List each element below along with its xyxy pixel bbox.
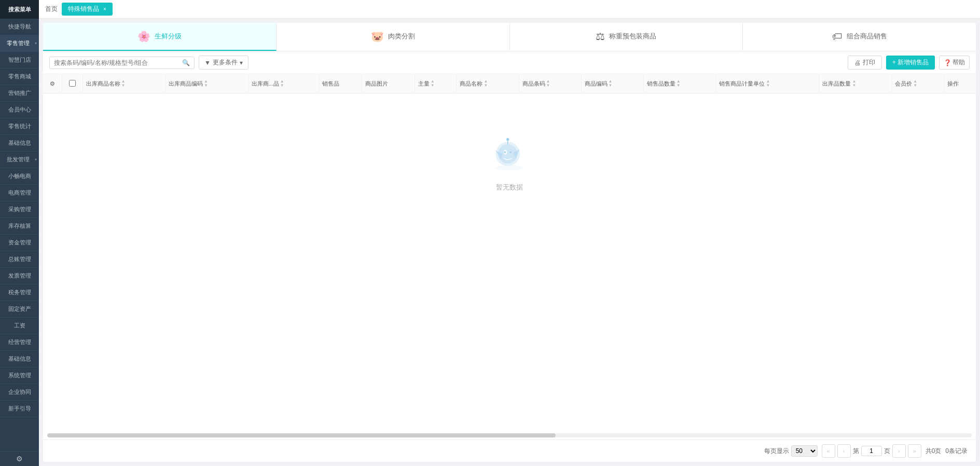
last-page-button[interactable]: »	[908, 444, 921, 458]
sidebar-item-new-guide[interactable]: 新手引导	[0, 401, 39, 417]
sort-icon-7[interactable]: ▲▼	[609, 79, 613, 88]
search-input[interactable]	[54, 59, 180, 66]
sidebar-item-retail-mgmt[interactable]: 零售管理 ▾	[0, 35, 39, 52]
th-main[interactable]: 主量 ▲▼	[415, 74, 457, 93]
sidebar: 搜索菜单 快捷导航 零售管理 ▾ 智慧门店 零售商城 营销推广 会员中心 零售统…	[0, 0, 39, 466]
sidebar-item-smart-store[interactable]: 智慧门店	[0, 52, 39, 68]
sort-icon-2[interactable]: ▲▼	[204, 79, 208, 88]
table-header: ⚙ 出库商品名称 ▲▼ 出库	[43, 74, 976, 93]
sidebar-item-basic-info2[interactable]: 基础信息	[0, 351, 39, 367]
th-item-code[interactable]: 商品编码 ▲▼	[581, 74, 643, 93]
sidebar-item-sys-mgmt[interactable]: 系统管理	[0, 367, 39, 384]
tab-fresh-grade[interactable]: 🌸 生鲜分级	[43, 23, 277, 51]
th-item-name[interactable]: 商品名称 ▲▼	[457, 74, 519, 93]
sort-icon-6[interactable]: ▲▼	[546, 79, 550, 88]
active-tab[interactable]: 特殊销售品 ×	[62, 3, 113, 16]
sidebar-item-retail-mall[interactable]: 零售商城	[0, 68, 39, 85]
chevron-down-icon: ▾	[35, 41, 37, 46]
sort-icon-10[interactable]: ▲▼	[852, 79, 856, 88]
fresh-grade-icon: 🌸	[137, 30, 150, 43]
search-icon[interactable]: 🔍	[182, 59, 190, 66]
sidebar-item-tax-mgmt[interactable]: 税务管理	[0, 284, 39, 301]
filter-label: 更多条件	[213, 58, 238, 67]
page-label: 第	[853, 447, 859, 456]
total-records: 0条记录	[945, 447, 968, 456]
page-size-selector[interactable]: 每页显示 10 20 50 100	[764, 445, 818, 457]
close-tab-icon[interactable]: ×	[103, 6, 106, 12]
sidebar-item-corp-agreement[interactable]: 企业协同	[0, 384, 39, 401]
th-sale-qty[interactable]: 销售品数量 ▲▼	[643, 74, 716, 93]
tab-combo[interactable]: 🏷 组合商品销售	[743, 23, 976, 51]
sidebar-item-member-center[interactable]: 会员中心	[0, 102, 39, 118]
sidebar-item-invoice-mgmt[interactable]: 发票管理	[0, 268, 39, 284]
total-pages: 共0页	[926, 447, 942, 456]
scrollbar-thumb[interactable]	[47, 433, 556, 437]
sidebar-item-general-ledger[interactable]: 总账管理	[0, 251, 39, 268]
combo-icon: 🏷	[832, 31, 843, 43]
sidebar-logo[interactable]: 搜索菜单	[0, 0, 39, 19]
empty-text: 暂无数据	[496, 183, 523, 192]
sidebar-item-sales-promo[interactable]: 营销推广	[0, 85, 39, 102]
sort-icon-8[interactable]: ▲▼	[677, 79, 681, 88]
filter-button[interactable]: ▼ 更多条件 ▾	[199, 56, 249, 70]
sidebar-item-fixed-assets[interactable]: 固定资产	[0, 301, 39, 318]
empty-row: 暂无数据	[43, 93, 976, 234]
th-out-name[interactable]: 出库商品名称 ▲▼	[82, 74, 165, 93]
th-out-qty[interactable]: 出库品数量 ▲▼	[819, 74, 892, 93]
page-unit: 页	[884, 447, 890, 456]
per-page-select[interactable]: 10 20 50 100	[791, 445, 818, 457]
settings-icon[interactable]: ⚙	[0, 451, 39, 466]
sidebar-item-basic-info[interactable]: 基础信息	[0, 135, 39, 152]
sort-icon[interactable]: ▲▼	[121, 79, 126, 88]
sort-icon-9[interactable]: ▲▼	[766, 79, 770, 88]
home-breadcrumb[interactable]: 首页	[45, 5, 58, 13]
svg-point-7	[506, 138, 509, 141]
tab-weigh-pack[interactable]: ⚖ 称重预包装商品	[510, 23, 743, 51]
tab-meat-cut-label: 肉类分割	[388, 32, 415, 41]
sidebar-item-retail-stats[interactable]: 零售统计	[0, 118, 39, 135]
th-sale-item: 销售品	[319, 74, 362, 93]
th-sale-unit[interactable]: 销售商品计量单位 ▲▼	[716, 74, 819, 93]
prev-page-button[interactable]: ‹	[837, 444, 851, 458]
sidebar-item-inventory-check[interactable]: 库存核算	[0, 218, 39, 235]
sidebar-item-payroll[interactable]: 工资	[0, 318, 39, 334]
sidebar-item-purchase-mgmt[interactable]: 采购管理	[0, 201, 39, 218]
toolbar: 🔍 ▼ 更多条件 ▾ 🖨 打印 + 新增销售品 ❓ 帮助	[43, 51, 976, 74]
search-box[interactable]: 🔍	[49, 57, 195, 69]
svg-point-4	[504, 152, 506, 153]
weigh-pack-icon: ⚖	[596, 30, 605, 43]
sidebar-item-quick-nav[interactable]: 快捷导航	[0, 19, 39, 35]
meat-cut-icon: 🐷	[371, 30, 384, 43]
sort-icon-11[interactable]: ▲▼	[913, 79, 917, 88]
sidebar-item-ops-mgmt[interactable]: 经营管理	[0, 334, 39, 351]
page-input-area: 第 页	[853, 446, 890, 456]
sidebar-item-mini-ecom[interactable]: 小畅电商	[0, 168, 39, 185]
sidebar-item-finance-mgmt[interactable]: 资金管理	[0, 235, 39, 251]
print-button[interactable]: 🖨 打印	[848, 56, 882, 70]
select-all-checkbox[interactable]	[69, 80, 76, 87]
help-button[interactable]: ❓ 帮助	[939, 56, 970, 70]
sort-icon-4[interactable]: ▲▼	[431, 79, 435, 88]
print-label: 打印	[863, 58, 875, 67]
sort-icon-3[interactable]: ▲▼	[280, 79, 284, 88]
th-member-price[interactable]: 会员价 ▲▼	[892, 74, 944, 93]
sidebar-item-wholesale-mgmt[interactable]: 批发管理 ▾	[0, 152, 39, 168]
data-table: ⚙ 出库商品名称 ▲▼ 出库	[43, 74, 976, 234]
th-setting[interactable]: ⚙	[43, 74, 62, 93]
print-icon: 🖨	[854, 59, 861, 66]
th-checkbox[interactable]	[62, 74, 82, 93]
th-out-code[interactable]: 出库商品编码 ▲▼	[165, 74, 249, 93]
th-item-barcode[interactable]: 商品条码 ▲▼	[519, 74, 581, 93]
horizontal-scrollbar[interactable]	[47, 433, 972, 437]
page-number-input[interactable]	[861, 446, 882, 456]
table-body: 暂无数据	[43, 93, 976, 234]
first-page-button[interactable]: «	[822, 444, 835, 458]
add-product-button[interactable]: + 新增销售品	[886, 56, 935, 70]
tab-fresh-grade-label: 生鲜分级	[155, 32, 182, 41]
th-out-spec[interactable]: 出库商...品 ▲▼	[248, 74, 319, 93]
sort-icon-5[interactable]: ▲▼	[484, 79, 488, 88]
sidebar-item-ecom-mgmt[interactable]: 电商管理	[0, 185, 39, 201]
per-page-label: 每页显示	[764, 447, 789, 456]
tab-meat-cut[interactable]: 🐷 肉类分割	[277, 23, 510, 51]
next-page-button[interactable]: ›	[892, 444, 906, 458]
